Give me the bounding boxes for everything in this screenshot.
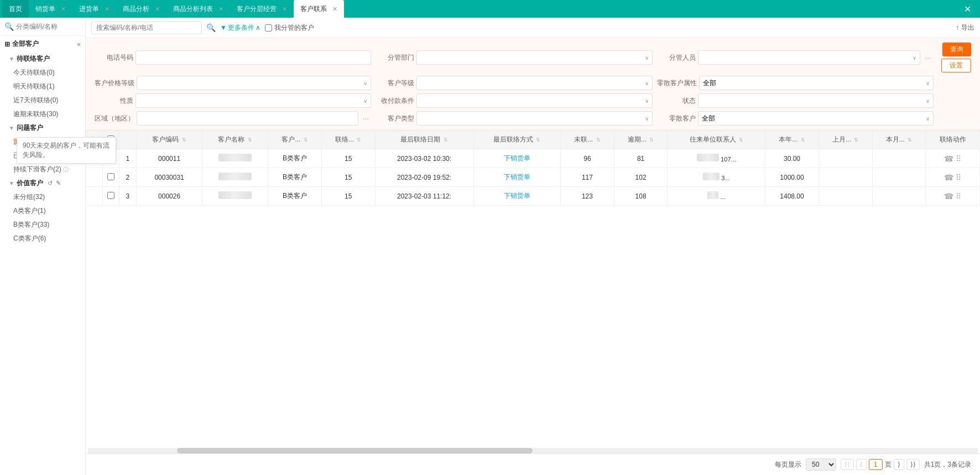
price-level-select[interactable]: ∨	[137, 76, 371, 90]
th-this-year[interactable]: 本年... ⇅	[765, 131, 819, 149]
dept-label: 分管部门	[376, 53, 414, 62]
all-customers-header[interactable]: ⊞ 全部客户 «	[0, 36, 85, 52]
sidebar-item-today-pending[interactable]: 今天待联络(0)	[0, 66, 85, 80]
filter-status: 状态 ∨	[657, 93, 934, 108]
sidebar-group-pending[interactable]: ▼ 待联络客户	[0, 52, 85, 66]
th-code[interactable]: 客户编码 ⇅	[137, 131, 202, 149]
tab-home[interactable]: 首页	[2, 0, 29, 18]
page-size-select[interactable]: 50 100	[806, 458, 836, 471]
th-contacts[interactable]: 联络... ⇅	[321, 131, 375, 149]
row2-select[interactable]	[107, 173, 114, 180]
row2-action-icons: ☎ ⠿	[929, 173, 976, 182]
payment-select[interactable]: ∨	[416, 93, 652, 108]
sidebar-group-value[interactable]: ▼ 价值客户 ↺ ✎	[0, 176, 85, 190]
th-this-month[interactable]: 本月... ⇅	[872, 131, 926, 149]
filter-nature: 性质 ∨	[95, 93, 371, 108]
sidebar-item-ungrouped[interactable]: 未分组(32)	[0, 190, 85, 204]
row1-no: 1	[119, 149, 137, 168]
sort-method-icon: ⇅	[536, 137, 540, 143]
sidebar-item-declining[interactable]: 持续下滑客户(2) ⓘ	[0, 163, 85, 176]
row1-name	[202, 149, 268, 168]
row3-phone-icon[interactable]: ☎	[944, 192, 953, 201]
customer-level-select[interactable]: ∨	[416, 76, 652, 90]
row1-phone-icon[interactable]: ☎	[944, 154, 953, 163]
row2-more-icon[interactable]: ⠿	[956, 173, 961, 182]
search-input[interactable]	[91, 21, 202, 34]
th-overdue[interactable]: 逾期... ⇅	[614, 131, 668, 149]
adv-filter-row3: 性质 ∨ 收付款条件 ∨ 状态	[95, 93, 971, 108]
next-page-button[interactable]: ⟩	[894, 459, 904, 470]
tab-customer-layer[interactable]: 客户分层经营 ✕	[230, 0, 294, 18]
th-uncontacted[interactable]: 未联... ⇅	[561, 131, 614, 149]
tab-customer-contact-close[interactable]: ✕	[332, 6, 337, 13]
row2-contacts: 15	[321, 168, 375, 187]
retail-attr-select[interactable]: 全部 ∨	[699, 76, 934, 90]
sidebar-item-7days-pending[interactable]: 近7天待联络(0)	[0, 93, 85, 107]
window-close-button[interactable]: ✕	[957, 4, 978, 14]
row3-more-icon[interactable]: ⠿	[956, 192, 961, 201]
sidebar-item-class-c[interactable]: C类客户(6)	[0, 232, 85, 246]
settings-button[interactable]: 设置	[941, 59, 971, 72]
search-button[interactable]: 🔍	[206, 23, 216, 32]
refresh-icon[interactable]: ↺	[48, 180, 53, 187]
th-unit-contacts[interactable]: 往来单位联系人 ⇅	[668, 131, 765, 149]
tab-customer-layer-close[interactable]: ✕	[282, 6, 287, 13]
dept-select[interactable]: ∨	[416, 50, 652, 65]
advanced-filter-panel: 电话号码 分管部门 ∨ 分管人员 ∨ ···	[86, 38, 980, 131]
sidebar-item-tomorrow-pending[interactable]: 明天待联络(1)	[0, 80, 85, 93]
prev-page-button[interactable]: ⟨	[856, 459, 867, 470]
my-customers-checkbox[interactable]: 我分管的客户	[265, 23, 314, 33]
scroll-thumb[interactable]	[177, 448, 533, 453]
export-button[interactable]: ↑ 导出	[956, 23, 974, 33]
tab-product-analysis-list[interactable]: 商品分析列表 ✕	[166, 0, 230, 18]
first-page-button[interactable]: ⟨⟨	[841, 459, 854, 470]
nature-select[interactable]: ∨	[135, 93, 371, 108]
tab-sales-order[interactable]: 销货单 ✕	[29, 0, 72, 18]
arrow-problem: ▼	[9, 125, 14, 131]
th-level[interactable]: 客户... ⇅	[268, 131, 322, 149]
query-button[interactable]: 查询	[942, 43, 971, 56]
customer-type-select[interactable]: ∨	[416, 111, 652, 126]
more-conditions-toggle[interactable]: ▼ 更多条件 ∧	[220, 23, 260, 33]
region-more-icon[interactable]: ···	[361, 114, 372, 123]
export-icon: ↑	[956, 24, 959, 32]
sidebar-group-problem[interactable]: ▼ 问题客户	[0, 121, 85, 135]
sidebar-item-class-b[interactable]: B类客户(33)	[0, 218, 85, 232]
grid-icon: ⊞	[4, 40, 10, 48]
sidebar-search-input[interactable]	[16, 23, 86, 30]
tab-sales-close[interactable]: ✕	[61, 6, 66, 13]
row1-method-link[interactable]: 下销货单	[504, 154, 530, 162]
tab-product-analysis-close[interactable]: ✕	[155, 6, 160, 13]
th-last-month[interactable]: 上月... ⇅	[819, 131, 872, 149]
sidebar-item-class-a[interactable]: A类客户(1)	[0, 204, 85, 218]
th-name[interactable]: 客户名称 ⇅	[202, 131, 268, 149]
top-tab-bar: 首页 销货单 ✕ 进货单 ✕ 商品分析 ✕ 商品分析列表 ✕ 客户分层经营 ✕ …	[0, 0, 980, 18]
collapse-icon[interactable]: «	[77, 40, 81, 48]
row3-method-link[interactable]: 下销货单	[504, 192, 530, 200]
retail-customer-select[interactable]: 全部 ∨	[698, 111, 934, 126]
manager-select[interactable]: ∨	[698, 50, 921, 65]
horizontal-scrollbar[interactable]	[88, 448, 978, 453]
sidebar-item-overdue-pending[interactable]: 逾期未联络(30)	[0, 107, 85, 121]
th-last-contact-method[interactable]: 最后联络方式 ⇅	[473, 131, 561, 149]
phone-input[interactable]	[135, 50, 371, 65]
row2-method-link[interactable]: 下销货单	[504, 173, 530, 181]
tab-customer-contact[interactable]: 客户联系 ✕	[294, 0, 344, 18]
row3-this-year: 1408.00	[765, 187, 819, 206]
tab-product-list-close[interactable]: ✕	[218, 6, 223, 13]
tab-product-analysis[interactable]: 商品分析 ✕	[116, 0, 166, 18]
sort-lmonth-icon: ⇅	[854, 137, 858, 143]
row3-select[interactable]	[107, 192, 114, 199]
row2-phone-icon[interactable]: ☎	[944, 173, 953, 182]
region-select[interactable]	[137, 111, 358, 126]
adv-filter-row1: 电话号码 分管部门 ∨ 分管人员 ∨ ···	[95, 43, 971, 72]
tab-purchase-order[interactable]: 进货单 ✕	[72, 0, 116, 18]
tab-purchase-close[interactable]: ✕	[105, 6, 110, 13]
th-last-contact-date[interactable]: 最后联络日期 ⇅	[375, 131, 473, 149]
row1-more-icon[interactable]: ⠿	[956, 154, 961, 163]
manager-more-icon[interactable]: ···	[922, 53, 934, 62]
edit-icon[interactable]: ✎	[56, 180, 61, 187]
status-select[interactable]: ∨	[698, 93, 934, 108]
my-customers-check[interactable]	[265, 24, 272, 32]
last-page-button[interactable]: ⟩⟩	[906, 459, 920, 470]
